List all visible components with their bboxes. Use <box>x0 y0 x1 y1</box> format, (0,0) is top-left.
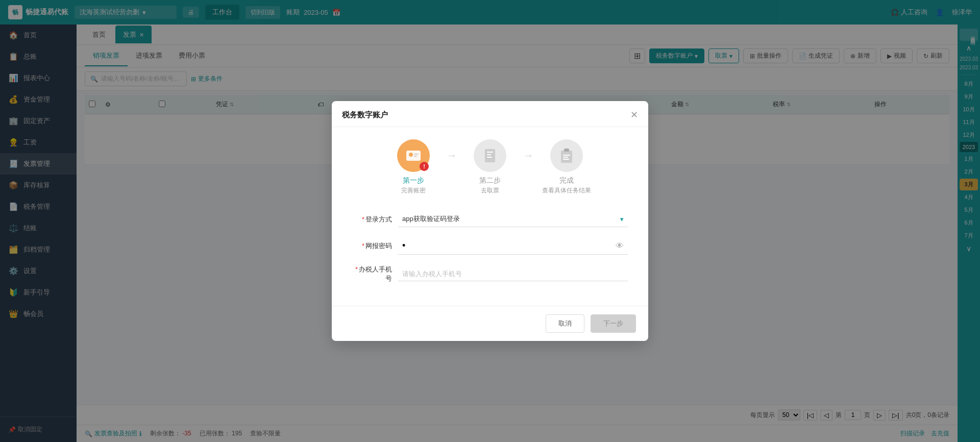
step-3-label: 完成 <box>559 176 574 185</box>
modal-title: 税务数字账户 <box>342 110 388 120</box>
modal-close-button[interactable]: ✕ <box>630 109 638 120</box>
step-arrow-1: → <box>447 139 457 161</box>
svg-rect-10 <box>563 155 570 156</box>
login-method-label: 登录方式 <box>352 215 398 224</box>
svg-rect-0 <box>406 151 421 161</box>
steps-area: ! 第一步 完善账密 → <box>352 139 628 195</box>
tax-account-modal: 税务数字账户 ✕ ! <box>332 101 648 341</box>
step-2-desc: 去取票 <box>481 186 499 195</box>
login-method-row: 登录方式 app获取验证码登录 ▾ <box>352 211 628 227</box>
step-3-desc: 查看具体任务结果 <box>542 186 591 195</box>
svg-rect-2 <box>414 154 419 155</box>
login-method-select[interactable]: app获取验证码登录 ▾ <box>398 211 628 227</box>
next-button[interactable]: 下一步 <box>591 314 636 333</box>
step-2-icon <box>474 139 506 172</box>
phone-input[interactable] <box>398 267 628 281</box>
password-field: 👁 <box>398 237 628 255</box>
modal-body: ! 第一步 完善账密 → <box>332 127 648 306</box>
phone-row: 办税人手机号 <box>352 265 628 283</box>
password-label: 网报密码 <box>352 241 398 251</box>
step-1: ! 第一步 完善账密 <box>380 139 447 195</box>
password-row: 网报密码 👁 <box>352 237 628 255</box>
step-1-badge: ! <box>420 162 429 171</box>
svg-rect-7 <box>487 157 492 158</box>
select-chevron-icon: ▾ <box>620 215 624 223</box>
step-2-label: 第二步 <box>479 176 501 185</box>
step-1-desc: 完善账密 <box>401 186 426 195</box>
document-svg <box>481 146 499 165</box>
eye-icon[interactable]: 👁 <box>611 241 628 251</box>
modal-header: 税务数字账户 ✕ <box>332 101 648 127</box>
clipboard-svg <box>557 146 576 165</box>
user-card-svg <box>404 146 423 165</box>
step-1-label: 第一步 <box>403 176 424 185</box>
step-arrow-2: → <box>523 139 533 161</box>
modal-footer: 取消 下一步 <box>332 306 648 341</box>
svg-rect-5 <box>487 152 493 153</box>
step-3-icon <box>550 139 583 172</box>
svg-rect-3 <box>414 156 417 157</box>
cancel-button[interactable]: 取消 <box>546 314 584 333</box>
modal-overlay: 税务数字账户 ✕ ! <box>0 0 980 442</box>
step-1-icon: ! <box>397 139 430 172</box>
svg-rect-9 <box>564 149 569 152</box>
password-input[interactable] <box>398 237 611 254</box>
svg-rect-6 <box>487 154 491 155</box>
step-2: 第二步 去取票 <box>457 139 523 195</box>
svg-rect-12 <box>563 159 569 160</box>
svg-point-1 <box>409 153 413 157</box>
svg-rect-11 <box>563 157 568 158</box>
phone-label: 办税人手机号 <box>352 265 398 283</box>
step-3: 完成 查看具体任务结果 <box>533 139 600 195</box>
svg-rect-4 <box>485 149 495 162</box>
login-method-value: app获取验证码登录 <box>402 214 460 224</box>
